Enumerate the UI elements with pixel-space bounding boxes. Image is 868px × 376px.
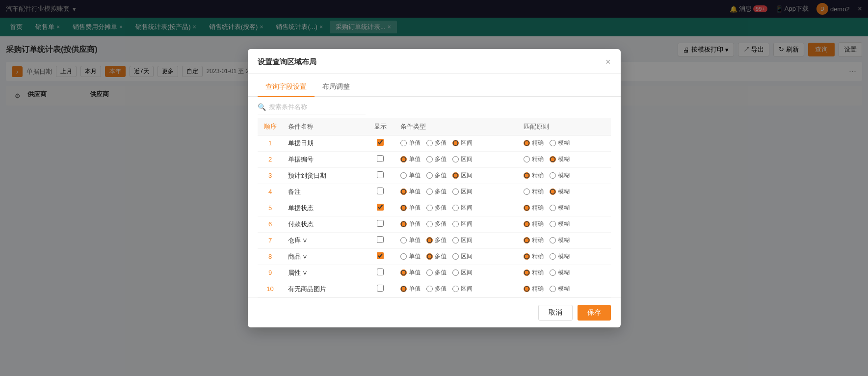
row-match-option-4-1[interactable]: 模糊 <box>550 204 570 212</box>
row-match-option-9-1[interactable]: 模糊 <box>550 285 570 293</box>
checkbox-show-4[interactable] <box>377 204 384 211</box>
row-type-3[interactable]: 单值多值区间 <box>395 184 518 200</box>
radio-match-7-1[interactable] <box>550 253 556 260</box>
row-show-0[interactable] <box>365 135 396 152</box>
radio-type-7-2[interactable] <box>452 253 459 260</box>
row-type-option-9-2[interactable]: 区间 <box>452 285 473 293</box>
radio-type-3-1[interactable] <box>426 188 433 195</box>
radio-type-9-1[interactable] <box>426 286 433 292</box>
row-type-option-4-1[interactable]: 多值 <box>426 204 447 212</box>
checkbox-show-5[interactable] <box>377 220 384 227</box>
row-type-option-6-2[interactable]: 区间 <box>452 236 473 244</box>
row-type-option-9-1[interactable]: 多值 <box>426 285 447 293</box>
row-type-option-4-2[interactable]: 区间 <box>452 204 473 212</box>
radio-type-0-0[interactable] <box>400 140 407 146</box>
radio-match-1-1[interactable] <box>550 156 556 162</box>
row-show-10[interactable] <box>365 297 396 297</box>
checkbox-show-7[interactable] <box>377 252 384 259</box>
radio-match-9-0[interactable] <box>524 286 530 292</box>
row-match-2[interactable]: 精确模糊 <box>519 167 611 184</box>
radio-match-2-0[interactable] <box>524 172 530 179</box>
row-show-8[interactable] <box>365 265 396 281</box>
row-type-option-8-0[interactable]: 单值 <box>400 269 421 277</box>
radio-type-5-1[interactable] <box>426 221 433 227</box>
row-type-option-0-0[interactable]: 单值 <box>400 139 421 147</box>
row-match-option-0-0[interactable]: 精确 <box>524 139 544 147</box>
radio-type-2-2[interactable] <box>452 172 459 179</box>
radio-match-1-0[interactable] <box>524 156 530 162</box>
radio-match-3-1[interactable] <box>550 188 556 195</box>
radio-type-3-0[interactable] <box>400 188 407 195</box>
row-type-10[interactable]: 单值多值区间 <box>395 297 518 297</box>
checkbox-show-0[interactable] <box>377 139 384 146</box>
radio-match-9-1[interactable] <box>550 286 556 292</box>
row-match-5[interactable]: 精确模糊 <box>519 216 611 232</box>
row-type-option-7-0[interactable]: 单值 <box>400 252 421 261</box>
row-type-option-7-1[interactable]: 多值 <box>426 252 447 261</box>
radio-type-2-0[interactable] <box>400 172 407 179</box>
row-type-1[interactable]: 单值多值区间 <box>395 151 518 167</box>
row-show-3[interactable] <box>365 184 396 200</box>
radio-type-1-0[interactable] <box>400 156 407 162</box>
radio-type-5-2[interactable] <box>452 221 459 227</box>
cancel-button[interactable]: 取消 <box>538 305 573 321</box>
radio-type-4-0[interactable] <box>400 205 407 211</box>
radio-type-0-2[interactable] <box>452 140 459 146</box>
row-type-option-5-2[interactable]: 区间 <box>452 220 473 228</box>
radio-match-3-0[interactable] <box>524 188 530 195</box>
tab-query-fields[interactable]: 查询字段设置 <box>258 80 315 97</box>
row-type-8[interactable]: 单值多值区间 <box>395 265 518 281</box>
row-show-9[interactable] <box>365 281 396 297</box>
radio-type-1-2[interactable] <box>452 156 459 162</box>
search-input[interactable] <box>269 103 357 110</box>
radio-match-6-1[interactable] <box>550 237 556 243</box>
radio-type-3-2[interactable] <box>452 188 459 195</box>
radio-type-5-0[interactable] <box>400 221 407 227</box>
row-type-option-5-1[interactable]: 多值 <box>426 220 447 228</box>
row-match-option-2-1[interactable]: 模糊 <box>550 171 570 180</box>
radio-type-0-1[interactable] <box>426 140 433 146</box>
radio-type-4-1[interactable] <box>426 205 433 211</box>
radio-type-4-2[interactable] <box>452 205 459 211</box>
row-match-10[interactable]: 精确模糊 <box>519 297 611 297</box>
row-type-option-6-1[interactable]: 多值 <box>426 236 447 244</box>
radio-match-0-1[interactable] <box>550 140 556 146</box>
row-match-option-3-1[interactable]: 模糊 <box>550 188 570 196</box>
radio-match-5-0[interactable] <box>524 221 530 227</box>
row-match-option-5-1[interactable]: 模糊 <box>550 220 570 228</box>
row-match-option-9-0[interactable]: 精确 <box>524 285 544 293</box>
row-type-option-7-2[interactable]: 区间 <box>452 252 473 261</box>
radio-type-7-0[interactable] <box>400 253 407 260</box>
row-type-9[interactable]: 单值多值区间 <box>395 281 518 297</box>
radio-type-8-0[interactable] <box>400 269 407 276</box>
row-match-option-0-1[interactable]: 模糊 <box>550 139 570 147</box>
checkbox-show-9[interactable] <box>377 285 384 292</box>
row-match-option-4-0[interactable]: 精确 <box>524 204 544 212</box>
radio-type-6-1[interactable] <box>426 237 433 243</box>
row-type-option-1-1[interactable]: 多值 <box>426 155 447 163</box>
modal-table-scroll[interactable]: 1单据日期单值多值区间精确模糊2单据编号单值多值区间精确模糊3预计到货日期单值多… <box>258 135 611 297</box>
radio-type-8-2[interactable] <box>452 269 459 276</box>
row-type-option-8-1[interactable]: 多值 <box>426 269 447 277</box>
radio-type-9-2[interactable] <box>452 286 459 292</box>
modal-close-button[interactable]: × <box>605 57 611 67</box>
checkbox-show-6[interactable] <box>377 236 384 243</box>
save-button[interactable]: 保存 <box>578 305 611 321</box>
row-type-5[interactable]: 单值多值区间 <box>395 216 518 232</box>
row-type-option-0-1[interactable]: 多值 <box>426 139 447 147</box>
row-match-0[interactable]: 精确模糊 <box>519 135 611 152</box>
checkbox-show-8[interactable] <box>377 269 384 275</box>
radio-type-2-1[interactable] <box>426 172 433 179</box>
row-match-option-1-1[interactable]: 模糊 <box>550 155 570 163</box>
row-type-option-9-0[interactable]: 单值 <box>400 285 421 293</box>
row-match-option-7-0[interactable]: 精确 <box>524 252 544 261</box>
row-type-2[interactable]: 单值多值区间 <box>395 167 518 184</box>
radio-match-5-1[interactable] <box>550 221 556 227</box>
row-type-option-8-2[interactable]: 区间 <box>452 269 473 277</box>
row-type-option-3-2[interactable]: 区间 <box>452 188 473 196</box>
row-match-3[interactable]: 精确模糊 <box>519 184 611 200</box>
row-match-8[interactable]: 精确模糊 <box>519 265 611 281</box>
row-type-option-4-0[interactable]: 单值 <box>400 204 421 212</box>
radio-type-8-1[interactable] <box>426 269 433 276</box>
row-match-1[interactable]: 精确模糊 <box>519 151 611 167</box>
